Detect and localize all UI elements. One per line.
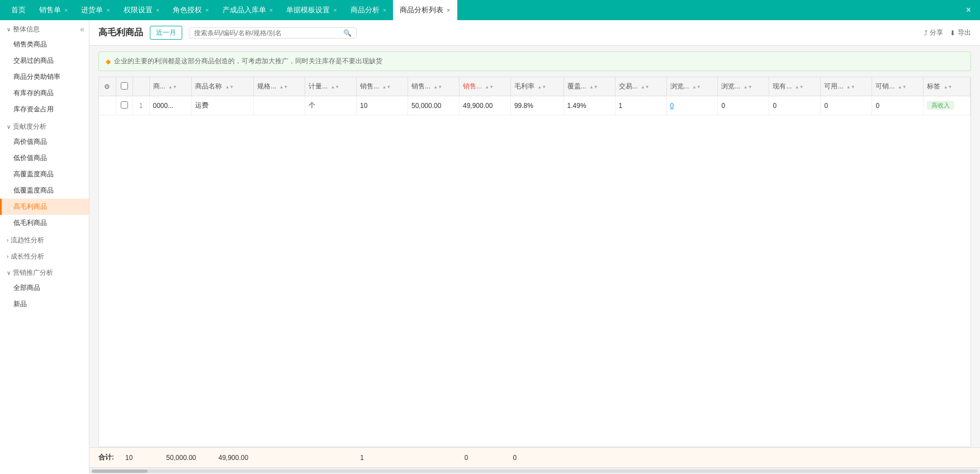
footer-transactions: 1 — [360, 454, 364, 462]
nav-role-auth[interactable]: 角色授权 × — [166, 0, 215, 20]
col-coverage-header[interactable]: 覆盖... ▲▼ — [564, 77, 615, 96]
sort-sales-amount[interactable]: ▲▼ — [433, 85, 442, 90]
data-table-container: ⚙ 商... ▲▼ 商品名称 ▲▼ — [98, 77, 971, 447]
col-unit-header[interactable]: 计量... ▲▼ — [305, 77, 357, 96]
sort-browse2[interactable]: ▲▼ — [744, 85, 752, 90]
nav-permission-settings[interactable]: 权限设置 × — [117, 0, 166, 20]
sidebar-group-contribution[interactable]: ∨ 贡献度分析 — [0, 118, 89, 134]
sort-unit[interactable]: ▲▼ — [330, 85, 339, 90]
sort-code[interactable]: ▲▼ — [168, 85, 177, 90]
sort-name[interactable]: ▲▼ — [225, 85, 234, 90]
nav-close-sales-order[interactable]: × — [64, 7, 68, 13]
col-transactions-header[interactable]: 交易... ▲▼ — [615, 77, 666, 96]
col-sales-qty-header[interactable]: 销售... ▲▼ — [357, 77, 408, 96]
sidebar-item-low-margin[interactable]: 低毛利商品 — [0, 215, 89, 231]
sidebar-item-stock-capital[interactable]: 库存资金占用 — [0, 101, 89, 118]
info-text: 企业的主要的利润都是这部分商品创造的，可考虑加大推广，同时关注库存是不要出现缺货 — [114, 57, 382, 66]
export-button[interactable]: ⬇ 导出 — [950, 28, 971, 37]
sidebar-item-high-coverage[interactable]: 高覆盖度商品 — [0, 166, 89, 182]
row-browse2-cell: 0 — [718, 96, 769, 115]
sort-stock-now[interactable]: ▲▼ — [795, 85, 804, 90]
sidebar-item-low-coverage[interactable]: 低覆盖度商品 — [0, 182, 89, 199]
nav-product-analysis[interactable]: 商品分析 × — [344, 0, 393, 20]
row-checkbox[interactable] — [121, 101, 128, 109]
table-header-row: ⚙ 商... ▲▼ 商品名称 ▲▼ — [99, 77, 970, 96]
select-all-checkbox[interactable] — [121, 82, 128, 90]
main-layout: « ∨ 整体信息 销售类商品 交易过的商品 商品分类助销率 有库存的商品 库存资… — [0, 20, 980, 474]
col-code-header[interactable]: 商... ▲▼ — [149, 77, 192, 96]
row-index-cell: 1 — [132, 96, 149, 115]
scrollbar-track[interactable] — [92, 470, 978, 473]
sidebar-item-low-value[interactable]: 低价值商品 — [0, 150, 89, 166]
sidebar-group-marketing[interactable]: ∨ 营销推广分析 — [0, 264, 89, 280]
sidebar-item-stocked-goods[interactable]: 有库存的商品 — [0, 85, 89, 101]
row-unit-cell: 个 — [305, 96, 357, 115]
nav-close-warehouse[interactable]: × — [269, 7, 273, 13]
top-navigation: 首页 销售单 × 进货单 × 权限设置 × 角色授权 × 产成品入库单 × 单据… — [0, 0, 980, 20]
col-gross-margin-header[interactable]: 毛利率 ▲▼ — [510, 77, 564, 96]
nav-close-analysis-list[interactable]: × — [447, 7, 450, 13]
sort-sales-cost[interactable]: ▲▼ — [485, 85, 494, 90]
nav-template-settings[interactable]: 单据模板设置 × — [280, 0, 343, 20]
sidebar-group-overall[interactable]: ∨ 整体信息 — [0, 20, 89, 36]
sidebar-item-all-goods[interactable]: 全部商品 — [0, 280, 89, 296]
sort-spec[interactable]: ▲▼ — [279, 85, 288, 90]
export-icon: ⬇ — [950, 29, 955, 37]
footer-totals: 合计: 10 50,000.00 49,900.00 1 0 0 — [89, 447, 980, 467]
share-icon: ⤴ — [924, 29, 927, 37]
nav-close-permission[interactable]: × — [156, 7, 159, 13]
scrollbar-thumb[interactable] — [92, 470, 148, 473]
nav-close-template[interactable]: × — [333, 7, 337, 13]
footer-label: 合计: — [98, 453, 114, 462]
sort-stock-sale[interactable]: ▲▼ — [898, 85, 907, 90]
search-icon[interactable]: 🔍 — [343, 29, 352, 37]
col-settings[interactable]: ⚙ — [99, 77, 116, 96]
nav-close-role[interactable]: × — [205, 7, 209, 13]
sidebar-item-new-goods[interactable]: 新品 — [0, 296, 89, 312]
share-button[interactable]: ⤴ 分享 — [924, 28, 943, 37]
col-browse1-header[interactable]: 浏览... ▲▼ — [666, 77, 718, 96]
sidebar-group-growth[interactable]: › 成长性分析 — [0, 247, 89, 264]
col-stock-now-header[interactable]: 现有... ▲▼ — [769, 77, 821, 96]
nav-sales-order[interactable]: 销售单 × — [32, 0, 74, 20]
nav-product-analysis-list[interactable]: 商品分析列表 × — [393, 0, 457, 20]
nav-home[interactable]: 首页 — [4, 0, 32, 20]
col-name-header[interactable]: 商品名称 ▲▼ — [192, 77, 254, 96]
sort-coverage[interactable]: ▲▼ — [589, 85, 598, 90]
row-gross-margin-cell: 99.8% — [510, 96, 564, 115]
sort-transactions[interactable]: ▲▼ — [641, 85, 650, 90]
nav-close-analysis[interactable]: × — [383, 7, 386, 13]
sidebar-item-sales-goods[interactable]: 销售类商品 — [0, 36, 89, 53]
table-row: 1 0000... 运费 个 — [99, 96, 970, 115]
row-checkbox-cell — [116, 96, 132, 115]
sidebar-group-trend[interactable]: › 流趋性分析 — [0, 231, 89, 247]
col-tag-header[interactable]: 标签 ▲▼ — [924, 77, 970, 96]
sort-gross-margin[interactable]: ▲▼ — [537, 85, 546, 90]
col-browse2-header[interactable]: 浏览... ▲▼ — [718, 77, 769, 96]
sort-sales-qty[interactable]: ▲▼ — [382, 85, 391, 90]
sidebar-item-high-value[interactable]: 高价值商品 — [0, 134, 89, 150]
col-stock-sale-header[interactable]: 可销... ▲▼ — [872, 77, 924, 96]
search-input[interactable] — [194, 29, 343, 37]
sort-browse1[interactable]: ▲▼ — [692, 85, 701, 90]
nav-product-warehouse[interactable]: 产成品入库单 × — [216, 0, 280, 20]
sidebar-item-category-rate[interactable]: 商品分类助销率 — [0, 69, 89, 85]
sort-stock-avail[interactable]: ▲▼ — [846, 85, 855, 90]
row-stock-avail-cell: 0 — [821, 96, 872, 115]
sidebar-collapse-button[interactable]: « — [80, 25, 84, 34]
sidebar-item-high-margin[interactable]: 高毛利商品 — [0, 199, 89, 215]
nav-close-purchase-order[interactable]: × — [106, 7, 110, 13]
col-sales-cost-header[interactable]: 销售... ▲▼ — [459, 77, 510, 96]
info-banner: ◆ 企业的主要的利润都是这部分商品创造的，可考虑加大推广，同时关注库存是不要出现… — [98, 51, 971, 71]
row-tag-cell: 高收入 — [924, 96, 970, 115]
col-sales-amount-header[interactable]: 销售... ▲▼ — [408, 77, 460, 96]
col-stock-avail-header[interactable]: 可用... ▲▼ — [821, 77, 872, 96]
filter-recent-month[interactable]: 近一月 — [150, 26, 182, 40]
sidebar-item-traded-goods[interactable]: 交易过的商品 — [0, 53, 89, 69]
nav-purchase-order[interactable]: 进货单 × — [74, 0, 116, 20]
col-spec-header[interactable]: 规格... ▲▼ — [254, 77, 305, 96]
close-all-tabs[interactable]: × — [962, 5, 976, 15]
sort-tag[interactable]: ▲▼ — [944, 85, 953, 90]
sidebar-group-contribution-arrow: ∨ — [7, 124, 11, 130]
horizontal-scrollbar — [89, 467, 980, 474]
